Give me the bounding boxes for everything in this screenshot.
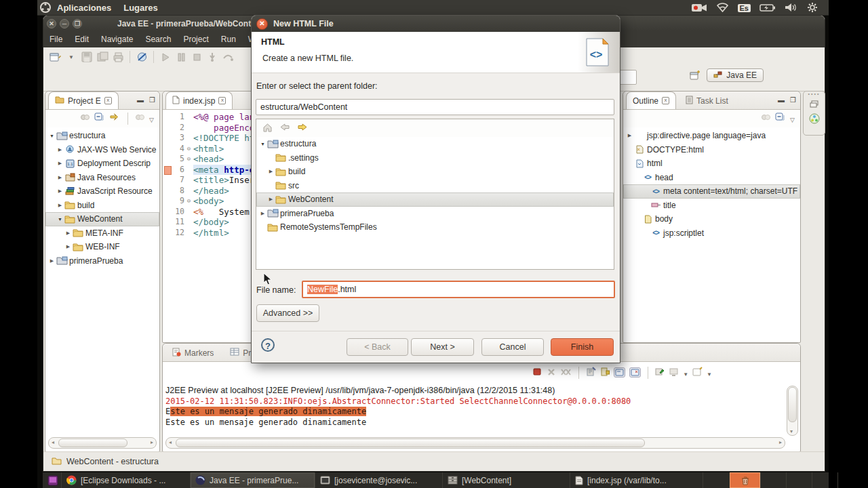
view-menu-icon[interactable]: ▽ — [149, 113, 154, 125]
menu-aplicaciones[interactable]: Aplicaciones — [51, 3, 117, 13]
menu-lugares[interactable]: Lugares — [117, 3, 164, 13]
menu-file[interactable]: File — [43, 35, 68, 44]
screen-recorder-icon[interactable] — [691, 3, 707, 13]
cancel-button[interactable]: Cancel — [481, 338, 544, 356]
wifi-icon[interactable] — [716, 3, 729, 12]
dropdown-icon[interactable]: ▼ — [683, 367, 688, 379]
scroll-lock-icon[interactable] — [600, 367, 610, 379]
collapsed-icon[interactable]: ▶ — [267, 197, 275, 202]
keyboard-layout-icon[interactable]: Es — [738, 3, 751, 13]
clear-icon[interactable] — [586, 367, 596, 379]
open-perspective-icon[interactable] — [690, 70, 701, 81]
maximize-icon[interactable]: ❒ — [73, 19, 82, 28]
taskbar-item[interactable] — [43, 472, 62, 488]
taskbar-item-2[interactable]: Java EE - primeraPrue... — [191, 472, 315, 488]
collapsed-icon[interactable]: ▶ — [48, 258, 56, 264]
expanded-icon[interactable]: ▼ — [56, 217, 64, 222]
menu-search[interactable]: Search — [139, 35, 177, 44]
ubuntu-logo-icon[interactable] — [40, 2, 51, 13]
project-explorer-item[interactable]: ▼WebContent — [45, 212, 159, 226]
battery-icon[interactable] — [760, 3, 776, 12]
expanded-icon[interactable]: ▼ — [259, 142, 267, 146]
toggle-err-icon[interactable] — [629, 367, 641, 379]
terminate-red-icon[interactable] — [532, 367, 542, 379]
collapsed-icon[interactable]: ▶ — [267, 169, 275, 174]
collapsed-icon[interactable]: ▶ — [56, 175, 64, 180]
fold-collapse-icon[interactable]: ⊖ — [184, 144, 193, 155]
next-button[interactable]: Next > — [411, 338, 474, 356]
collapsed-icon[interactable]: ▶ — [626, 133, 633, 138]
back-icon[interactable] — [279, 123, 290, 134]
collapsed-icon[interactable]: ▶ — [56, 203, 64, 208]
taskbar-item-5[interactable]: [index.jsp (/var/lib/to... — [570, 472, 703, 488]
outline-item[interactable]: <>meta content=text/html; charset=UTF — [623, 184, 800, 199]
tab-markers[interactable]: Markers — [165, 344, 220, 361]
project-explorer-item[interactable]: ▼estructura — [45, 129, 159, 143]
project-explorer-item[interactable]: ▶WEB-INF — [45, 240, 159, 254]
dim-icon[interactable] — [135, 113, 145, 125]
finish-button[interactable]: Finish — [551, 338, 614, 356]
collapsed-icon[interactable]: ▶ — [259, 211, 267, 216]
folder-tree-item[interactable]: .settings — [256, 151, 614, 165]
print-icon[interactable] — [111, 50, 125, 64]
outline-item[interactable]: title — [623, 199, 800, 213]
project-explorer-item[interactable]: ▶JAX-WS Web Service — [45, 143, 159, 157]
tab-project-explorer[interactable]: Project E x — [48, 92, 119, 109]
minimize-icon[interactable]: ▬ — [137, 96, 144, 104]
expanded-icon[interactable]: ▼ — [48, 134, 56, 138]
outline-item[interactable]: html — [623, 157, 800, 171]
folder-tree-item[interactable]: ▶primeraPrueba — [256, 207, 614, 221]
close-icon[interactable]: ✕ — [256, 18, 268, 30]
link-editor-icon[interactable] — [109, 113, 121, 125]
perspective-java-ee-button[interactable]: Java EE — [707, 68, 764, 82]
console-output[interactable]: J2EE Preview at localhost [J2EE Preview]… — [165, 386, 784, 433]
menu-navigate[interactable]: Navigate — [95, 35, 139, 44]
taskbar-item[interactable] — [730, 472, 761, 488]
gray-x-icon[interactable] — [547, 367, 556, 379]
tab-index-jsp[interactable]: index.jsp x — [165, 92, 233, 109]
restore-view-icon[interactable] — [804, 98, 825, 110]
drag-handle[interactable]: •••• — [804, 92, 825, 96]
collapsed-icon[interactable]: ▶ — [64, 244, 72, 249]
dropdown-icon[interactable]: ▼ — [64, 50, 78, 64]
advanced-button[interactable]: Advanced >> — [256, 304, 319, 322]
vertical-scrollbar[interactable]: ▾ — [787, 386, 798, 436]
project-explorer-item[interactable]: ▶META-INF — [45, 226, 159, 241]
pin-icon[interactable] — [655, 367, 665, 379]
collapsed-icon[interactable]: ▶ — [56, 161, 64, 166]
gray-xx-icon[interactable] — [560, 367, 572, 379]
menu-edit[interactable]: Edit — [68, 35, 95, 44]
back-button[interactable]: < Back — [347, 338, 408, 356]
horizontal-scrollbar[interactable]: ◂ ▸ — [48, 437, 157, 449]
dim-icon[interactable] — [761, 113, 771, 125]
home-icon[interactable] — [262, 123, 273, 134]
step-into-icon[interactable] — [205, 50, 219, 64]
project-explorer-item[interactable]: ▶JavaScript Resource — [45, 184, 159, 199]
folder-tree-item[interactable]: ▶WebContent — [256, 192, 614, 207]
taskbar-item-4[interactable]: [WebContent] — [443, 472, 570, 488]
collapsed-icon[interactable]: ▶ — [56, 188, 64, 194]
fold-collapse-icon[interactable]: ⊖ — [184, 196, 193, 207]
suspend-icon[interactable] — [174, 50, 188, 64]
view-menu-icon[interactable]: ▽ — [790, 113, 795, 125]
settings-icon[interactable] — [807, 2, 818, 13]
folder-tree-item[interactable]: ▶build — [256, 165, 614, 179]
collapse-all-icon[interactable] — [94, 113, 105, 125]
menu-project[interactable]: Project — [177, 35, 214, 44]
fold-collapse-icon[interactable]: ⊖ — [184, 154, 193, 165]
minimize-icon[interactable]: ▬ — [778, 96, 785, 104]
minimize-icon[interactable]: ─ — [60, 19, 69, 28]
skip-breakpoints-icon[interactable] — [135, 50, 149, 64]
outline-item[interactable]: ▶jsp:directive.page language=java — [623, 129, 800, 143]
folder-tree-item[interactable]: RemoteSystemsTempFiles — [256, 220, 614, 235]
tab-task-list[interactable]: Task List — [679, 92, 735, 109]
close-icon[interactable]: x — [218, 97, 226, 104]
forward-icon[interactable] — [297, 123, 308, 134]
volume-icon[interactable] — [785, 3, 798, 12]
step-over-icon[interactable] — [221, 50, 235, 64]
save-all-icon[interactable] — [96, 50, 109, 64]
folder-tree-item[interactable]: src — [256, 179, 614, 193]
terminate-icon[interactable] — [190, 50, 203, 64]
project-explorer-item[interactable]: ▶build — [45, 199, 159, 213]
display-console-icon[interactable] — [669, 367, 679, 379]
